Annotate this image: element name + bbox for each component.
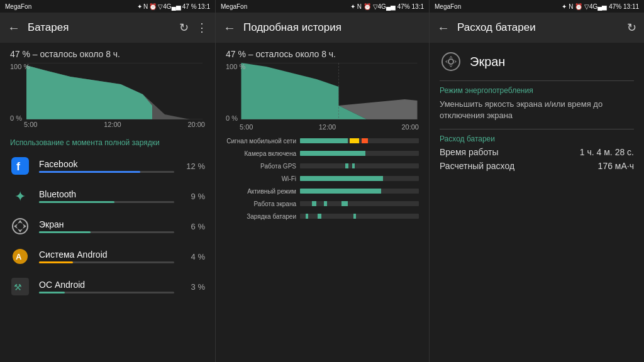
timeline-section: Сигнал мобильной сети Камера включена Ра… — [216, 132, 429, 362]
status-bars-container: MegaFon ✦ N ⏰ ▽4G▄▅ 47 % 13:1 MegaFon ✦ … — [0, 0, 644, 13]
timeline-row: Зарядка батареи — [216, 210, 429, 222]
screen-bar-fill — [39, 231, 91, 233]
timeline-label-wifi: Wi-Fi — [221, 175, 296, 182]
svg-text:⚒: ⚒ — [14, 282, 22, 292]
android-os-bar-fill — [39, 292, 65, 293]
svg-marker-1 — [26, 63, 152, 119]
screen-header: Экран — [440, 50, 634, 73]
bluetooth-name: Bluetooth — [39, 189, 174, 199]
chart-left: 100 % 0 % 5:00 12:00 20:00 — [0, 63, 215, 132]
back-button-usage[interactable]: ← — [437, 21, 450, 35]
list-item[interactable]: A Система Android 4 % — [0, 241, 215, 272]
operator-name-right: MegaFon — [435, 3, 461, 10]
energy-mode-title: Режим энергопотребления — [440, 86, 634, 95]
alarm-icon: ⏰ — [149, 3, 157, 10]
time-label-20: 20:00 — [187, 121, 205, 128]
screen-pct: 6 % — [183, 222, 205, 231]
android-os-info: ОС Android — [39, 280, 174, 293]
more-button-battery[interactable]: ⋮ — [196, 21, 208, 35]
svg-point-18 — [448, 59, 453, 64]
right-panel-content: Экран Режим энергопотребления Уменьшить … — [430, 43, 644, 362]
notif-icon: N — [143, 3, 148, 10]
bluetooth-icon: ✦ — [10, 186, 30, 206]
timeline-label-signal: Сигнал мобильной сети — [221, 138, 296, 145]
timeline-row: Сигнал мобильной сети — [216, 134, 429, 147]
top-bar-battery: ← Батарея ↻ ⋮ — [0, 13, 215, 43]
panel-battery-usage: ← Расход батареи ↻ Экран Режим энергопот… — [430, 13, 644, 362]
estimated-usage-value: 176 мА·ч — [598, 161, 634, 171]
panel-history: ← Подробная история 47 % – осталось окол… — [216, 13, 430, 362]
timeline-track-camera — [300, 151, 419, 156]
list-item[interactable]: f Facebook 12 % — [0, 151, 215, 181]
svg-marker-13 — [242, 63, 367, 119]
timeline-label-camera: Камера включена — [221, 150, 296, 157]
status-icons-right: ✦ N ⏰ ▽4G▄▅ 47% 13:11 — [562, 3, 639, 10]
facebook-bar-fill — [39, 171, 140, 173]
timeline-row: Активный режим — [216, 185, 429, 197]
android-system-name: Система Android — [39, 250, 174, 260]
chart-middle: 100 % 0 % 5:00 12:00 20:00 — [216, 63, 429, 132]
signal-icon: ▽4G▄▅ — [158, 3, 180, 10]
chart-time-labels-left: 5:00 12:00 20:00 — [10, 119, 205, 128]
energy-mode-text: Уменьшить яркость экрана и/или время до … — [440, 99, 634, 121]
timeline-row: Работа GPS — [216, 160, 429, 172]
battery-usage-section-title: Расход батареи — [440, 134, 634, 143]
operator-name-mid: MegaFon — [221, 3, 247, 10]
usage-section-title: Использование с момента полной зарядки — [0, 132, 215, 151]
status-bar-left: MegaFon ✦ N ⏰ ▽4G▄▅ 47 % 13:1 — [0, 0, 216, 13]
chart-time-labels-middle: 5:00 12:00 20:00 — [226, 122, 419, 131]
battery-title: Батарея — [28, 21, 172, 34]
facebook-info: Facebook — [39, 159, 174, 173]
svg-text:f: f — [16, 160, 21, 173]
timeline-row: Работа экрана — [216, 197, 429, 210]
battery-status-middle: 47 % – осталось около 8 ч. — [216, 43, 429, 63]
facebook-pct: 12 % — [183, 162, 205, 171]
time-20-mid: 20:00 — [401, 123, 419, 131]
history-title: Подробная история — [243, 21, 421, 34]
android-system-bar-track — [39, 261, 174, 263]
estimated-usage-label: Расчетный расход — [440, 161, 514, 171]
refresh-button-battery[interactable]: ↻ — [179, 21, 189, 35]
timeline-track-gps — [300, 163, 419, 168]
time-label-12: 12:00 — [104, 121, 121, 128]
facebook-bar-track — [39, 171, 174, 173]
panels-container: ← Батарея ↻ ⋮ 47 % – осталось около 8 ч.… — [0, 13, 644, 362]
status-icons-left: ✦ N ⏰ ▽4G▄▅ 47 % 13:1 — [137, 3, 210, 10]
battery-status-left: 47 % – осталось около 8 ч. — [0, 43, 215, 63]
timeline-row: Камера включена — [216, 147, 429, 160]
facebook-icon: f — [10, 156, 30, 176]
screen-usage-title: Экран — [470, 55, 505, 69]
screen-name: Экран — [39, 219, 174, 229]
list-item[interactable]: Экран 6 % — [0, 211, 215, 241]
battery-chart-middle — [240, 63, 419, 119]
work-time-value: 1 ч. 4 м. 28 с. — [580, 147, 634, 157]
time-12-mid: 12:00 — [319, 123, 336, 131]
facebook-name: Facebook — [39, 159, 174, 169]
top-bar-history: ← Подробная история — [216, 13, 429, 43]
chart-bottom-label-mid: 0 % — [226, 114, 238, 122]
list-item[interactable]: ✦ Bluetooth 9 % — [0, 181, 215, 211]
time-5-mid: 5:00 — [240, 123, 253, 131]
status-bar-right: MegaFon ✦ N ⏰ ▽4G▄▅ 47% 13:11 — [430, 0, 644, 13]
svg-text:✦: ✦ — [14, 189, 26, 204]
refresh-button-usage[interactable]: ↻ — [627, 21, 636, 35]
divider-2 — [440, 129, 634, 129]
chart-top-label-left: 100 % — [10, 63, 30, 70]
usage-title: Расход батареи — [457, 21, 619, 34]
timeline-track-screen-work — [300, 201, 419, 206]
list-item[interactable]: ⚒ ОС Android 3 % — [0, 272, 215, 302]
status-bar-middle: MegaFon ✦ N ⏰ ▽4G▄▅ 47% 13:1 — [216, 0, 430, 13]
estimated-usage-row: Расчетный расход 176 мА·ч — [440, 161, 634, 171]
back-button-battery[interactable]: ← — [8, 21, 20, 35]
svg-text:A: A — [16, 252, 22, 261]
timeline-row: Wi-Fi — [216, 172, 429, 185]
bluetooth-info: Bluetooth — [39, 189, 174, 203]
screen-info: Экран — [39, 219, 174, 233]
time-left: 13:1 — [198, 3, 210, 10]
android-os-pct: 3 % — [183, 282, 205, 292]
status-icons-mid: ✦ N ⏰ ▽4G▄▅ 47% 13:1 — [350, 3, 424, 10]
svg-point-17 — [442, 53, 460, 70]
back-button-history[interactable]: ← — [223, 21, 236, 35]
bluetooth-bar-track — [39, 201, 174, 203]
settings-gear-icon — [440, 50, 462, 73]
